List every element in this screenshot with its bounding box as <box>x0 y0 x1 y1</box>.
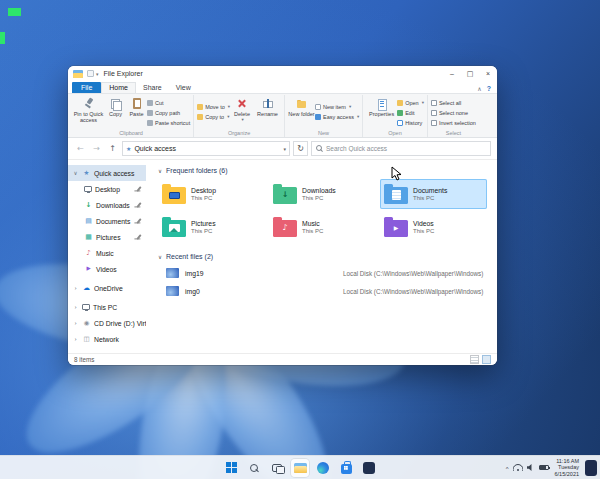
tab-view[interactable]: View <box>169 83 198 93</box>
forward-button[interactable]: → <box>90 142 103 155</box>
wifi-icon[interactable] <box>513 464 523 471</box>
sidebar-item-pictures[interactable]: ▦ Pictures <box>68 229 146 245</box>
maximize-button[interactable]: □ <box>461 66 479 81</box>
hidden-icons-chevron[interactable]: ^ <box>506 466 509 472</box>
minimize-ribbon-icon[interactable]: ∧ <box>477 85 481 92</box>
select-none-button[interactable]: Select none <box>431 108 476 117</box>
sidebar-item-network[interactable]: › ◫ Network <box>68 331 146 347</box>
edge-button[interactable] <box>314 459 332 477</box>
recent-file-row[interactable]: img19 Local Disk (C:\Windows\Web\Wallpap… <box>158 265 491 281</box>
folder-tile-documents[interactable]: Documents This PC <box>380 179 487 209</box>
chevron-down-icon: ▾ <box>357 114 359 119</box>
open-button[interactable]: Open ▾ <box>397 98 424 107</box>
copy-button[interactable]: Copy <box>105 96 126 117</box>
chevron-right-icon[interactable]: › <box>72 336 79 342</box>
recent-file-row[interactable]: img0 Local Disk (C:\Windows\Web\Wallpape… <box>158 283 491 299</box>
chevron-right-icon[interactable]: › <box>72 320 79 326</box>
chevron-down-icon[interactable]: ∨ <box>158 254 162 260</box>
rename-button[interactable]: Rename <box>254 96 281 117</box>
delete-icon <box>236 97 249 110</box>
folder-tile-pictures[interactable]: Pictures This PC <box>158 212 265 242</box>
this-pc-icon <box>82 304 90 310</box>
address-field[interactable]: ★ Quick access ▾ <box>122 141 290 156</box>
select-all-button[interactable]: Select all <box>431 98 476 107</box>
chevron-down-icon: ▾ <box>241 117 243 123</box>
search-button[interactable] <box>245 459 263 477</box>
sidebar-item-onedrive[interactable]: › ☁ OneDrive <box>68 280 146 296</box>
minimize-button[interactable]: – <box>443 66 461 81</box>
items-count: 8 items <box>74 356 94 363</box>
sidebar-item-desktop[interactable]: Desktop <box>68 181 146 197</box>
folder-tile-music[interactable]: ♪ Music This PC <box>269 212 376 242</box>
paste-shortcut-button[interactable]: Paste shortcut <box>147 118 190 127</box>
frequent-folders-header[interactable]: ∨ Frequent folders (6) <box>158 164 491 177</box>
start-button[interactable] <box>222 459 240 477</box>
sidebar-item-label: Downloads <box>96 202 130 209</box>
chevron-down-icon[interactable]: ∨ <box>72 170 79 176</box>
history-button[interactable]: History <box>397 118 424 127</box>
help-icon[interactable]: ? <box>487 85 491 92</box>
cut-button[interactable]: Cut <box>147 98 190 107</box>
section-title: Frequent folders (6) <box>166 167 227 174</box>
navigation-pane: ∨ ★ Quick access Desktop ↓ Downloads ▤ D… <box>68 160 146 353</box>
up-button[interactable]: ↑ <box>106 142 119 155</box>
task-view-button[interactable] <box>268 459 286 477</box>
invert-selection-button[interactable]: Invert selection <box>431 118 476 127</box>
refresh-button[interactable]: ↻ <box>293 141 308 156</box>
delete-button[interactable]: Delete ▾ <box>230 96 254 123</box>
back-button[interactable]: ← <box>74 142 87 155</box>
thumbnail-view-button[interactable] <box>482 355 491 364</box>
paste-button[interactable]: Paste <box>126 96 147 117</box>
search-box[interactable] <box>311 141 491 156</box>
sidebar-item-quick-access[interactable]: ∨ ★ Quick access <box>68 165 146 181</box>
folder-tile-desktop[interactable]: Desktop This PC <box>158 179 265 209</box>
sidebar-item-downloads[interactable]: ↓ Downloads <box>68 197 146 213</box>
easy-access-button[interactable]: Easy access ▾ <box>315 112 359 121</box>
copy-to-icon <box>197 114 203 120</box>
window-icon <box>73 70 83 78</box>
qat-dropdown-icon[interactable]: ▾ <box>96 71 99 77</box>
sidebar-item-music[interactable]: ♪ Music <box>68 245 146 261</box>
copy-to-button[interactable]: Copy to ▾ <box>197 112 230 121</box>
chevron-right-icon[interactable]: › <box>72 285 79 291</box>
taskbar-clock[interactable]: 11:16 AM Tuesday 6/15/2021 <box>553 458 581 477</box>
edit-button[interactable]: Edit <box>397 108 424 117</box>
properties-button[interactable]: Properties <box>366 96 397 117</box>
volume-icon[interactable] <box>527 464 535 472</box>
folder-tile-downloads[interactable]: ↓ Downloads This PC <box>269 179 376 209</box>
chevron-down-icon[interactable]: ∨ <box>158 168 162 174</box>
store-button[interactable] <box>337 459 355 477</box>
battery-icon[interactable] <box>539 465 549 470</box>
sidebar-item-this-pc[interactable]: › This PC <box>68 299 146 315</box>
notification-center-button[interactable] <box>585 460 597 476</box>
tab-file[interactable]: File <box>72 82 101 93</box>
new-item-button[interactable]: New item ▾ <box>315 102 359 111</box>
move-to-button[interactable]: Move to ▾ <box>197 102 230 111</box>
tab-share[interactable]: Share <box>136 83 169 93</box>
copy-path-button[interactable]: Copy path <box>147 108 190 117</box>
sidebar-item-cd-drive[interactable]: › ◉ CD Drive (D:) Virtual <box>68 315 146 331</box>
search-input[interactable] <box>326 145 486 152</box>
ribbon: Pin to Quick access Copy Paste Cut <box>68 94 497 138</box>
open-icon <box>397 100 403 106</box>
tab-home[interactable]: Home <box>101 82 136 93</box>
edit-icon <box>397 110 403 116</box>
recent-files-header[interactable]: ∨ Recent files (2) <box>158 250 491 263</box>
sidebar-item-videos[interactable]: ▶ Videos <box>68 261 146 277</box>
file-explorer-button[interactable] <box>291 459 309 477</box>
address-dropdown-icon[interactable]: ▾ <box>283 146 286 152</box>
details-view-button[interactable] <box>470 355 479 364</box>
folder-tile-videos[interactable]: ▶ Videos This PC <box>380 212 487 242</box>
chevron-right-icon[interactable]: › <box>72 304 79 310</box>
pinned-app-button[interactable] <box>360 459 378 477</box>
status-bar: 8 items <box>68 353 497 365</box>
sidebar-item-documents[interactable]: ▤ Documents <box>68 213 146 229</box>
new-folder-button[interactable]: New folder <box>288 96 315 117</box>
ribbon-group-select: Select all Select none Invert selection … <box>428 95 479 137</box>
pin-to-quick-access-button[interactable]: Pin to Quick access <box>72 96 105 123</box>
title-bar[interactable]: ▾ File Explorer – □ × <box>68 66 497 81</box>
file-explorer-icon <box>294 463 307 473</box>
sidebar-item-label: Desktop <box>95 186 120 193</box>
close-button[interactable]: × <box>479 66 497 81</box>
quick-access-toolbar-icon[interactable] <box>87 70 94 77</box>
